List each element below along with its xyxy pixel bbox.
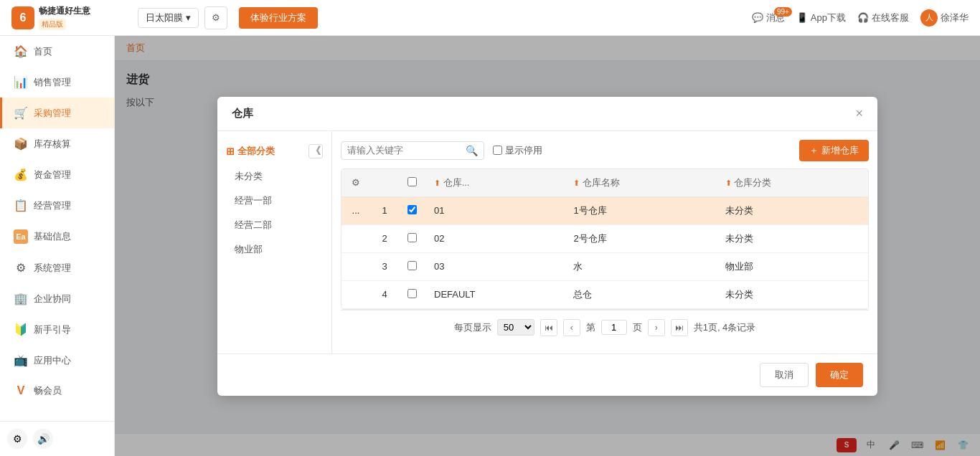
user-menu[interactable]: 人 徐泽华	[920, 9, 969, 27]
row-name: 2号仓库	[565, 224, 716, 252]
online-service-item[interactable]: 🎧 在线客服	[857, 11, 909, 24]
sidebar-item-label: 系统管理	[34, 262, 71, 275]
sidebar-item-finance[interactable]: 💰 资金管理	[0, 159, 114, 190]
sidebar-item-basic-info[interactable]: Ea 基础信息	[0, 221, 114, 252]
sidebar-item-label: 销售管理	[34, 76, 71, 89]
home-icon: 🏠	[14, 44, 28, 58]
next-page-button[interactable]: ›	[648, 319, 665, 336]
purchase-icon: 🛒	[14, 106, 28, 120]
row-checkbox[interactable]	[399, 280, 425, 308]
table-row[interactable]: 4 DEFAULT 总仓 未分类	[341, 280, 868, 308]
sidebar-item-sales[interactable]: 📊 销售管理	[0, 67, 114, 98]
message-icon: 💬	[752, 12, 763, 23]
row-checkbox[interactable]	[399, 224, 425, 252]
modal-close-button[interactable]: ×	[855, 107, 863, 120]
sidebar-item-label: 基础信息	[34, 230, 71, 243]
row-code: 03	[425, 252, 565, 280]
col-header-code[interactable]: ⬆ 仓库...	[425, 169, 565, 197]
col-header-category[interactable]: ⬆ 仓库分类	[717, 169, 868, 197]
prev-page-button[interactable]: ‹	[563, 319, 580, 336]
toolbar-left: 🔍 显示停用	[341, 141, 542, 160]
store-selector[interactable]: 日太阳膜 ▾	[138, 8, 199, 28]
row-checkbox[interactable]	[399, 196, 425, 224]
show-disabled-label: 显示停用	[505, 144, 542, 157]
operations-icon: 📋	[14, 199, 28, 212]
category-all-header[interactable]: ⊞ 全部分类 《	[217, 138, 331, 164]
app-download-item[interactable]: 📱 App下载	[796, 11, 846, 24]
modal-header: 仓库 ×	[217, 97, 877, 131]
logo-icon: 6	[11, 6, 34, 29]
logo-area: 6 畅捷通好生意 精品版	[11, 5, 126, 30]
sidebar-item-label: 采购管理	[34, 107, 71, 120]
sidebar-item-inventory[interactable]: 📦 库存核算	[0, 128, 114, 159]
sidebar-item-label: 库存核算	[34, 138, 71, 151]
sort-icon: ⬆	[434, 179, 440, 187]
row-checkbox[interactable]	[399, 252, 425, 280]
search-box[interactable]: 🔍	[341, 141, 484, 160]
sidebar-item-enterprise[interactable]: 🏢 企业协同	[0, 283, 114, 314]
warehouse-list-panel: 🔍 显示停用 ＋ 新增仓库	[332, 131, 877, 353]
search-input[interactable]	[347, 145, 463, 156]
last-page-button[interactable]: ⏭	[671, 319, 688, 336]
col-header-name[interactable]: ⬆ 仓库名称	[565, 169, 716, 197]
sidebar-item-purchase[interactable]: 🛒 采购管理	[0, 98, 114, 128]
enterprise-icon: 🏢	[14, 292, 28, 305]
row-code: 02	[425, 224, 565, 252]
grid-icon: ⊞	[226, 146, 235, 157]
confirm-button[interactable]: 确定	[816, 363, 863, 387]
trial-button[interactable]: 体验行业方案	[239, 7, 318, 29]
search-icon[interactable]: 🔍	[466, 145, 478, 156]
sidebar-footer: ⚙ 🔊	[0, 421, 114, 456]
messages-item[interactable]: 💬 消息 99+	[752, 11, 785, 24]
page-number-input[interactable]	[601, 320, 627, 335]
warehouse-table: ⚙ ⬆ 仓库...	[341, 169, 868, 309]
sidebar-item-label: 企业协同	[34, 293, 71, 305]
row-action	[341, 280, 370, 308]
sidebar-item-label: 首页	[34, 45, 52, 58]
col-header-gear: ⚙	[341, 169, 370, 197]
modal-footer: 取消 确定	[217, 353, 877, 396]
category-item-property[interactable]: 物业部	[217, 237, 331, 262]
sales-icon: 📊	[14, 75, 28, 89]
cancel-button[interactable]: 取消	[760, 363, 809, 387]
table-row[interactable]: 3 03 水 物业部	[341, 252, 868, 280]
collapse-panel-button[interactable]: 《	[308, 144, 323, 158]
sidebar-item-app-center[interactable]: 📺 应用中心	[0, 345, 114, 376]
row-num: 4	[370, 280, 399, 308]
settings-button[interactable]: ⚙	[204, 6, 227, 29]
show-disabled-checkbox[interactable]	[493, 146, 502, 155]
table-toolbar: 🔍 显示停用 ＋ 新增仓库	[341, 140, 869, 161]
table-row[interactable]: 2 02 2号仓库 未分类	[341, 224, 868, 252]
sidebar-item-operations[interactable]: 📋 经营管理	[0, 190, 114, 221]
add-warehouse-button[interactable]: ＋ 新增仓库	[799, 140, 869, 161]
category-item-ops1[interactable]: 经营一部	[217, 189, 331, 213]
sidebar-item-system[interactable]: ⚙ 系统管理	[0, 252, 114, 283]
sidebar-settings-btn[interactable]: ⚙	[7, 429, 27, 449]
category-item-ops2[interactable]: 经营二部	[217, 213, 331, 237]
row-category: 物业部	[717, 252, 868, 280]
row-num: 2	[370, 224, 399, 252]
store-name: 日太阳膜	[146, 11, 183, 24]
row-category: 未分类	[717, 280, 868, 308]
per-page-select[interactable]: 50 10 20 100	[497, 319, 534, 336]
select-all-checkbox[interactable]	[407, 177, 417, 186]
user-name: 徐泽华	[941, 11, 969, 24]
page-label: 第	[586, 321, 595, 334]
table-row[interactable]: ... 1 01 1号仓库 未分类	[341, 196, 868, 224]
main-layout: 🏠 首页 📊 销售管理 🛒 采购管理 📦 库存核算 💰 资金管理 📋 经营管理 …	[0, 36, 980, 456]
sidebar-item-guide[interactable]: 🔰 新手引导	[0, 314, 114, 345]
first-page-button[interactable]: ⏮	[540, 319, 557, 336]
category-item-unclassified[interactable]: 未分类	[217, 164, 331, 189]
inventory-icon: 📦	[14, 137, 28, 151]
sort-icon: ⬆	[573, 179, 580, 187]
gear-icon: ⚙	[212, 12, 220, 23]
sidebar-sound-btn[interactable]: 🔊	[33, 429, 53, 449]
sidebar-item-home[interactable]: 🏠 首页	[0, 36, 114, 67]
sidebar-item-label: 新手引导	[34, 323, 71, 336]
show-disabled-checkbox-label[interactable]: 显示停用	[493, 144, 542, 157]
row-num: 3	[370, 252, 399, 280]
row-code: 01	[425, 196, 565, 224]
row-code: DEFAULT	[425, 280, 565, 308]
sidebar-item-membership[interactable]: V 畅会员	[0, 376, 114, 406]
modal-overlay: 仓库 × ⊞ 全部分类 《 未分类	[115, 36, 980, 456]
